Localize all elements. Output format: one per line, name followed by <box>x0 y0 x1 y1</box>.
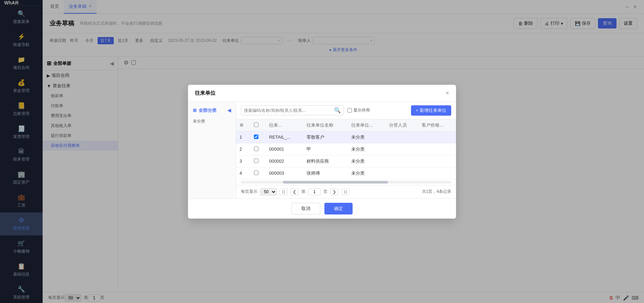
show-disabled-toggle: 显示停用 <box>347 107 370 113</box>
dialog-toolbar: 🔍 显示停用 + 新增往来单位 <box>236 102 456 119</box>
row-name: 甲 <box>303 143 348 155</box>
per-page-select[interactable]: 50 <box>260 188 277 196</box>
row-checkbox <box>251 167 266 179</box>
page-number-input[interactable] <box>308 188 321 195</box>
table-header-row: ⚙ 往来... 往来单位名称 往来单位... 分管人员 客户价格... <box>236 119 456 131</box>
dialog-search-icon[interactable]: 🔍 <box>334 107 341 114</box>
th-settings: ⚙ <box>236 119 251 131</box>
dialog-close-button[interactable]: × <box>445 90 449 97</box>
row-price <box>418 167 456 179</box>
row-manager <box>386 155 418 167</box>
row-category: 未分类 <box>348 155 386 167</box>
row-category: 未分类 <box>348 167 386 179</box>
row-name: 张师傅 <box>303 167 348 179</box>
table-row[interactable]: 3 000002 材料供应商 未分类 <box>236 155 456 167</box>
dialog-sidebar: ⊞ 全部分类 ◀ 未分类 <box>188 102 236 198</box>
row-checkbox <box>251 143 266 155</box>
dialog-select-all-checkbox[interactable] <box>254 123 258 127</box>
last-page-button[interactable]: ⟩⟩ <box>341 188 349 195</box>
row-manager <box>386 143 418 155</box>
dialog-table: ⚙ 往来... 往来单位名称 往来单位... 分管人员 客户价格... <box>236 119 456 179</box>
next-page-button[interactable]: ❯ <box>330 188 338 195</box>
pagination-total: 共1页，4条记录 <box>422 189 451 195</box>
table-row[interactable]: 4 000003 张师傅 未分类 <box>236 167 456 179</box>
th-category: 往来单位... <box>348 119 386 131</box>
row-price <box>418 131 456 143</box>
dialog-body: ⊞ 全部分类 ◀ 未分类 🔍 显示停用 <box>188 102 456 198</box>
dialog-main: 🔍 显示停用 + 新增往来单位 ⚙ <box>236 102 456 198</box>
page-label: 第 <box>301 189 306 195</box>
category-grid-icon: ⊞ <box>193 108 197 113</box>
row-code: 000003 <box>266 167 303 179</box>
prev-page-button[interactable]: ❮ <box>290 188 299 195</box>
first-page-button[interactable]: ⟨⟨ <box>279 188 288 195</box>
th-settings-icon: ⚙ <box>240 123 244 128</box>
dialog-overlay: 往来单位 × ⊞ 全部分类 ◀ 未分类 <box>0 0 644 303</box>
row-select-checkbox[interactable] <box>254 147 258 151</box>
dialog-category-all[interactable]: ⊞ 全部分类 ◀ <box>188 105 236 116</box>
th-price: 客户价格... <box>418 119 456 131</box>
partner-table: ⚙ 往来... 往来单位名称 往来单位... 分管人员 客户价格... <box>236 119 456 179</box>
horizontal-scrollbar[interactable] <box>241 181 451 184</box>
row-checkbox <box>251 131 266 143</box>
row-category: 未分类 <box>348 143 386 155</box>
row-code: 000002 <box>266 155 303 167</box>
row-select-checkbox[interactable] <box>254 171 258 175</box>
category-collapse-icon[interactable]: ◀ <box>227 108 231 113</box>
cancel-button[interactable]: 取消 <box>291 203 320 214</box>
row-manager <box>386 167 418 179</box>
row-category: 未分类 <box>348 131 386 143</box>
confirm-button[interactable]: 确定 <box>324 203 353 214</box>
row-code: 000001 <box>266 143 303 155</box>
th-manager: 分管人员 <box>386 119 418 131</box>
th-code: 往来... <box>266 119 303 131</box>
dialog-search-box: 🔍 <box>241 105 344 115</box>
dialog-pagination: 每页显示 50 ⟨⟨ ❮ 第 页 ❯ ⟩⟩ 共1页，4条记录 <box>236 185 456 198</box>
row-select-checkbox[interactable] <box>254 159 258 163</box>
table-row[interactable]: 2 000001 甲 未分类 <box>236 143 456 155</box>
dialog-title: 往来单位 <box>195 90 215 96</box>
row-price <box>418 155 456 167</box>
row-price <box>418 143 456 155</box>
show-disabled-checkbox[interactable] <box>347 108 352 113</box>
row-name: 材料供应商 <box>303 155 348 167</box>
row-seq: 1 <box>236 131 251 143</box>
row-name: 零散客户 <box>303 131 348 143</box>
page-unit: 页 <box>323 189 327 195</box>
row-checkbox <box>251 155 266 167</box>
row-select-checkbox[interactable] <box>254 135 258 139</box>
row-seq: 4 <box>236 167 251 179</box>
dialog-actions: 取消 确定 <box>188 198 456 219</box>
scrollbar-thumb <box>283 181 388 184</box>
dialog-search-input[interactable] <box>244 108 332 113</box>
row-code: RETAIL_... <box>266 131 303 143</box>
table-row[interactable]: 1 RETAIL_... 零散客户 未分类 <box>236 131 456 143</box>
per-page-label: 每页显示 <box>241 189 257 195</box>
th-select <box>251 119 266 131</box>
row-seq: 2 <box>236 143 251 155</box>
dialog-header: 往来单位 × <box>188 85 456 102</box>
dialog-category-unclassified[interactable]: 未分类 <box>188 116 236 126</box>
add-partner-button[interactable]: + 新增往来单位 <box>411 105 451 116</box>
row-manager <box>386 131 418 143</box>
partner-dialog: 往来单位 × ⊞ 全部分类 ◀ 未分类 <box>188 85 456 219</box>
th-name: 往来单位名称 <box>303 119 348 131</box>
row-seq: 3 <box>236 155 251 167</box>
show-disabled-label: 显示停用 <box>353 107 370 113</box>
